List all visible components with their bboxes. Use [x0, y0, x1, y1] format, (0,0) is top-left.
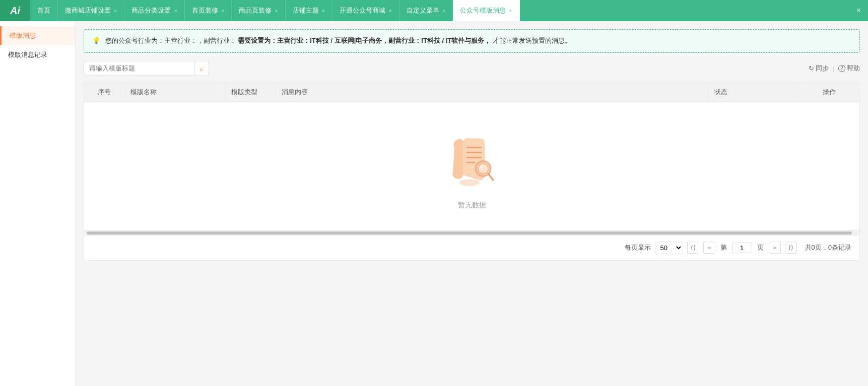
close-category-settings-icon[interactable]: × — [174, 8, 177, 14]
close-template-msg-icon[interactable]: × — [509, 8, 512, 14]
col-header-seq: 序号 — [84, 83, 124, 102]
nav-item-product-decoration[interactable]: 商品页装修 × — [232, 0, 285, 21]
col-header-name: 模版名称 — [124, 83, 225, 102]
table-header: 序号 模版名称 模版类型 消息内容 状态 操作 — [84, 83, 859, 102]
sidebar-item-template-message[interactable]: 模版消息 — [0, 26, 75, 45]
nav-item-custom-menu[interactable]: 自定义菜单 × — [399, 0, 453, 21]
next-page-button[interactable]: ＞ — [769, 242, 781, 254]
svg-point-8 — [480, 165, 483, 168]
page-size-label: 每页显示 — [625, 243, 651, 252]
last-page-button[interactable]: ⟩⟩ — [785, 242, 797, 254]
close-product-decoration-icon[interactable]: × — [275, 8, 278, 14]
close-open-mall-icon[interactable]: × — [388, 8, 391, 14]
page-number-input[interactable] — [732, 243, 752, 253]
empty-illustration — [442, 132, 502, 193]
sidebar-item-template-records[interactable]: 模版消息记录 — [0, 45, 75, 64]
help-button[interactable]: ? 帮助 — [838, 64, 860, 73]
nav-item-home-decoration[interactable]: 首页装修 × — [185, 0, 232, 21]
nav-item-open-mall[interactable]: 开通公众号商城 × — [332, 0, 399, 21]
empty-text: 暂无数据 — [458, 201, 486, 210]
col-header-action: 操作 — [799, 83, 859, 102]
data-table: 序号 模版名称 模版类型 消息内容 状态 操作 — [84, 82, 860, 261]
close-home-decoration-icon[interactable]: × — [221, 8, 224, 14]
svg-point-6 — [478, 164, 488, 174]
search-input[interactable] — [84, 61, 194, 75]
search-bar: ⌕ ↻ 同步 | ? 帮助 — [84, 61, 860, 76]
notice-highlight: 需要设置为：主营行业：IT科技 / 互联网|电子商务，副营行业：IT科技 / I… — [238, 37, 491, 44]
nav-item-category-settings[interactable]: 商品分类设置 × — [124, 0, 184, 21]
logo: Ai — [0, 0, 30, 21]
page-label: 第 — [720, 243, 727, 252]
page-suffix: 页 — [757, 243, 764, 252]
prev-page-button[interactable]: ＜ — [703, 242, 715, 254]
nav-item-shop-settings[interactable]: 微商城店铺设置 × — [58, 0, 124, 21]
total-info: 共0页，0条记录 — [805, 243, 851, 252]
svg-line-7 — [488, 174, 493, 180]
close-custom-menu-icon[interactable]: × — [442, 8, 445, 14]
help-circle-icon: ? — [838, 65, 845, 72]
col-header-type: 模版类型 — [225, 83, 276, 102]
sync-label: 同步 — [816, 64, 829, 73]
sync-button[interactable]: ↻ 同步 — [809, 64, 829, 73]
scrollbar-thumb[interactable] — [87, 231, 852, 235]
close-shop-settings-icon[interactable]: × — [114, 8, 117, 14]
pagination: 每页显示 50 10 20 100 ⟨⟨ ＜ 第 页 ＞ ⟩⟩ 共0页，0条记录 — [84, 235, 859, 260]
content-area: 💡 您的公众号行业为：主营行业：，副营行业： 需要设置为：主营行业：IT科技 /… — [76, 21, 868, 386]
sync-icon: ↻ — [809, 64, 814, 72]
nav-item-home[interactable]: 首页 — [30, 0, 58, 21]
page-size-select[interactable]: 50 10 20 100 — [655, 242, 683, 254]
first-page-button[interactable]: ⟨⟨ — [687, 242, 699, 254]
col-header-content: 消息内容 — [276, 83, 708, 102]
search-actions: ↻ 同步 | ? 帮助 — [809, 64, 860, 73]
top-nav: Ai 首页 微商城店铺设置 × 商品分类设置 × 首页装修 × 商品页装修 × … — [0, 0, 868, 21]
main-layout: 模版消息 模版消息记录 💡 您的公众号行业为：主营行业：，副营行业： 需要设置为… — [0, 21, 868, 386]
empty-state: 暂无数据 — [84, 102, 859, 230]
nav-item-store-theme[interactable]: 店铺主题 × — [286, 0, 332, 21]
col-header-status: 状态 — [708, 83, 799, 102]
search-icon: ⌕ — [199, 64, 204, 72]
notice-box: 💡 您的公众号行业为：主营行业：，副营行业： 需要设置为：主营行业：IT科技 /… — [84, 29, 860, 53]
nav-item-template-msg[interactable]: 公众号模版消息 × — [453, 0, 519, 21]
divider: | — [833, 64, 834, 72]
close-store-theme-icon[interactable]: × — [322, 8, 325, 14]
close-all-button[interactable]: × — [849, 6, 868, 15]
sidebar: 模版消息 模版消息记录 — [0, 21, 76, 386]
notice-suffix: 才能正常发送预置的消息。 — [493, 37, 571, 44]
scrollbar-track[interactable] — [84, 230, 859, 235]
help-label: 帮助 — [847, 64, 860, 73]
notice-prefix: 您的公众号行业为：主营行业：，副营行业： — [105, 37, 236, 44]
search-button[interactable]: ⌕ — [194, 61, 209, 76]
svg-point-0 — [459, 179, 480, 186]
bulb-icon: 💡 — [92, 37, 100, 44]
